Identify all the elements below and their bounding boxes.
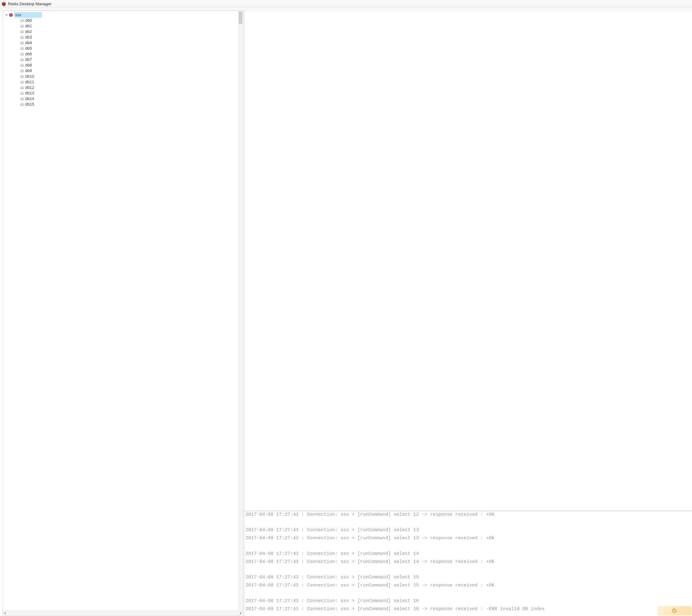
app-icon: [1, 2, 6, 6]
right-pane: 2017-04-08 17:27:43 : Connection: sss > …: [244, 10, 692, 616]
connection-tree[interactable]: sss db0 db1 db2 db3: [3, 11, 243, 108]
tree-node-db[interactable]: db13: [4, 90, 242, 96]
scrollbar-thumb[interactable]: [239, 12, 242, 24]
database-icon: [20, 103, 24, 106]
log-line: 2017-04-08 17:27:43 : Connection: sss > …: [245, 550, 691, 558]
svg-point-3: [672, 609, 676, 613]
connection-tree-panel: sss db0 db1 db2 db3: [0, 10, 244, 616]
tree-node-label: db9: [25, 68, 32, 74]
tree-horizontal-scrollbar[interactable]: [2, 611, 243, 616]
tree-node-db[interactable]: db0: [4, 18, 242, 23]
tree-node-label: db12: [25, 85, 34, 90]
log-line: 2017-04-08 17:27:43 : Connection: sss > …: [245, 581, 691, 590]
log-line: 2017-04-08 17:27:43 : Connection: sss > …: [245, 605, 691, 613]
tree-node-label: db15: [25, 102, 34, 107]
tree-node-db[interactable]: db3: [4, 35, 242, 40]
tree-node-label: db0: [25, 18, 32, 23]
tree-node-label: db10: [25, 74, 34, 79]
tree-node-db[interactable]: db2: [4, 29, 242, 35]
log-console[interactable]: 2017-04-08 17:27:43 : Connection: sss > …: [244, 511, 692, 616]
database-icon: [20, 30, 24, 33]
database-icon: [20, 25, 24, 28]
tree-node-db[interactable]: db11: [4, 79, 242, 85]
database-icon: [20, 92, 24, 95]
tree-node-label: db14: [25, 96, 34, 102]
tree-node-label: db4: [25, 40, 32, 46]
tree-node-db[interactable]: db6: [4, 51, 242, 57]
tree-node-label: db3: [25, 35, 32, 40]
window-title: Redis Desktop Manager: [8, 2, 51, 6]
tree-wrap: sss db0 db1 db2 db3: [2, 10, 243, 611]
database-icon: [20, 58, 24, 61]
tree-node-connection[interactable]: sss: [4, 12, 242, 18]
chevron-down-icon[interactable]: [5, 13, 8, 17]
tree-node-db[interactable]: db12: [4, 85, 242, 90]
database-icon: [20, 86, 24, 89]
tree-node-label: db8: [25, 62, 32, 68]
tree-node-db[interactable]: db10: [4, 74, 242, 79]
tree-node-db[interactable]: db9: [4, 68, 242, 74]
tree-node-label: db11: [25, 79, 34, 85]
database-icon: [20, 75, 24, 78]
main: sss db0 db1 db2 db3: [0, 10, 692, 616]
tree-node-db[interactable]: db5: [4, 46, 242, 51]
log-line: 2017-04-08 17:27:43 : Connection: sss > …: [245, 511, 691, 519]
database-icon: [20, 81, 24, 84]
database-icon: [20, 69, 24, 72]
tree-node-db[interactable]: db7: [4, 57, 242, 62]
database-icon: [20, 41, 24, 44]
database-icon: [20, 64, 24, 67]
tree-node-db[interactable]: db1: [4, 23, 242, 29]
tree-node-db[interactable]: db15: [4, 102, 242, 107]
tree-node-label: db13: [25, 90, 34, 96]
tree-node-label: sss: [14, 13, 23, 17]
main-view: [244, 10, 692, 511]
tree-node-label: db6: [25, 51, 32, 57]
tree-node-label: db2: [25, 29, 32, 35]
tree-vertical-scrollbar[interactable]: [238, 11, 243, 611]
toolbar-strip: [0, 8, 692, 10]
database-icon: [20, 47, 24, 50]
log-line: 2017-04-08 17:27:43 : Connection: sss > …: [245, 526, 691, 534]
log-line: 2017-04-08 17:27:43 : Connection: sss > …: [245, 573, 691, 581]
log-line: 2017-04-08 17:27:43 : Connection: sss > …: [245, 558, 691, 566]
tree-node-label: db5: [25, 46, 32, 51]
connection-icon: [9, 13, 13, 17]
log-line: 2017-04-08 17:27:43 : Connection: sss > …: [245, 534, 691, 542]
database-icon: [20, 97, 24, 100]
titlebar: Redis Desktop Manager: [0, 0, 692, 8]
database-icon: [20, 19, 24, 22]
tree-node-label: db7: [25, 57, 32, 62]
tree-node-db[interactable]: db4: [4, 40, 242, 46]
tree-node-label: db1: [25, 23, 32, 29]
database-icon: [20, 36, 24, 39]
log-line: 2017-04-08 17:27:43 : Connection: sss > …: [245, 597, 691, 605]
tree-node-db[interactable]: db8: [4, 62, 242, 68]
tree-node-db[interactable]: db14: [4, 96, 242, 102]
watermark-icon: [657, 606, 691, 615]
database-icon: [20, 52, 24, 56]
